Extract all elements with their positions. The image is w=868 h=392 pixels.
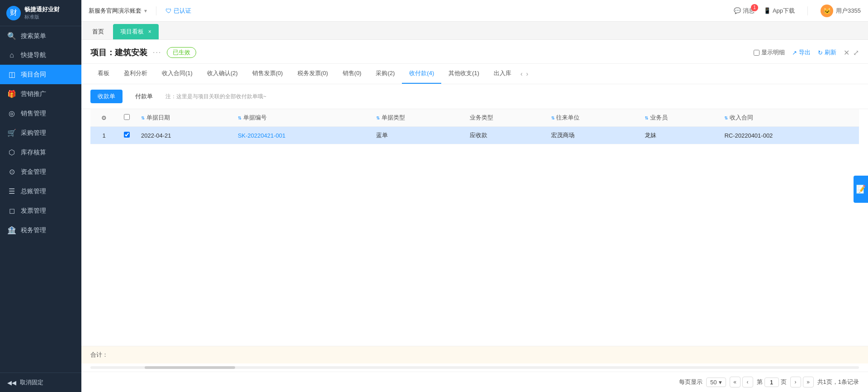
contract-icon: ◫	[7, 70, 16, 79]
sidebar-item-tax[interactable]: 🏦 税务管理	[0, 220, 81, 240]
receipt-tab-btn[interactable]: 收款单	[90, 90, 123, 103]
sidebar-item-quicknav[interactable]: ⌂ 快捷导航	[0, 46, 81, 65]
sub-nav-prev-icon[interactable]: ‹	[519, 70, 524, 77]
per-page-select[interactable]: 50 ▾	[706, 378, 726, 387]
th-checkbox[interactable]	[118, 109, 136, 127]
th-salesperson[interactable]: ⇅ 业务员	[639, 109, 719, 127]
maximize-window-icon[interactable]: ⤢	[853, 48, 859, 57]
payment-tab-btn[interactable]: 付款单	[128, 90, 160, 103]
page-number-input[interactable]	[764, 378, 779, 387]
more-options-icon[interactable]: ···	[153, 48, 161, 57]
th-settings[interactable]: ⚙	[90, 109, 118, 127]
detail-checkbox[interactable]	[754, 50, 760, 56]
sidebar: 财 畅捷通好业财 标准版 🔍 搜索菜单 ⌂ 快捷导航 ◫ 项目合同 🎁 营销推广…	[0, 0, 81, 392]
sub-nav-inout[interactable]: 出入库	[486, 64, 519, 84]
sidebar-item-search[interactable]: 🔍 搜索菜单	[0, 26, 81, 46]
first-page-btn[interactable]: «	[730, 377, 741, 387]
sub-nav-receipts[interactable]: 收付款(4)	[402, 64, 441, 84]
sub-nav-sales[interactable]: 销售(0)	[335, 64, 369, 84]
th-biz-type: 业务类型	[464, 109, 546, 127]
topbar-divider	[156, 6, 156, 15]
page-nav: « ‹	[730, 377, 753, 387]
sidebar-item-purchase[interactable]: 🛒 采购管理	[0, 123, 81, 143]
sales-icon: ◎	[7, 109, 16, 118]
message-icon: 💬	[734, 7, 741, 14]
row-select-checkbox[interactable]	[124, 132, 130, 138]
sub-nav-income-confirm[interactable]: 收入确认(2)	[200, 64, 245, 84]
sub-nav-sales-invoice[interactable]: 销售发票(0)	[245, 64, 290, 84]
next-page-btn[interactable]: ›	[790, 377, 801, 387]
sub-nav-other-expenses[interactable]: 其他收支(1)	[441, 64, 486, 84]
sidebar-item-inventory[interactable]: ⬡ 库存核算	[0, 143, 81, 162]
row-income-contract: RC-20220401-002	[719, 127, 859, 144]
sidebar-unpin[interactable]: ◀◀ 取消固定	[0, 373, 81, 392]
sidebar-item-invoice[interactable]: ◻ 发票管理	[0, 201, 81, 220]
prev-page-btn[interactable]: ‹	[742, 377, 753, 387]
gift-icon: 🎁	[7, 90, 16, 98]
refresh-icon: ↻	[818, 49, 823, 56]
sidebar-item-contract[interactable]: ◫ 项目合同	[0, 65, 81, 84]
sort-icon6: ⇅	[724, 115, 728, 120]
chevron-down-icon[interactable]: ▾	[144, 8, 147, 14]
tab-home[interactable]: 首页	[85, 24, 111, 39]
project-header: 项目：建筑安装 ··· 已生效 显示明细 ↗ 导出 ↻ 刷新 ✕	[81, 40, 868, 64]
topbar-user[interactable]: 🐱 用户3355	[821, 5, 861, 17]
sub-nav-kanban[interactable]: 看板	[90, 64, 117, 84]
sidebar-item-sales[interactable]: ◎ 销售管理	[0, 104, 81, 123]
show-detail-checkbox[interactable]: 显示明细	[754, 48, 785, 57]
sidebar-item-ledger[interactable]: ☰ 总账管理	[0, 182, 81, 201]
unpin-icon: ◀◀	[7, 379, 16, 386]
sort-icon: ⇅	[141, 115, 145, 120]
sub-nav-income-contract[interactable]: 收入合同(1)	[155, 64, 200, 84]
sort-icon5: ⇅	[645, 115, 648, 120]
sub-nav-purchase[interactable]: 采购(2)	[368, 64, 402, 84]
sub-nav-next-icon[interactable]: ›	[524, 70, 530, 77]
table-row: 1 2022-04-21 SK-20220421-001 蓝单 应收款 宏茂商场…	[90, 127, 859, 144]
row-checkbox[interactable]	[118, 127, 136, 144]
filter-note: 注：这里是与项目关联的全部收付款单哦~	[165, 93, 266, 100]
logo-icon: 财	[6, 6, 21, 20]
project-header-right: 显示明细 ↗ 导出 ↻ 刷新 ✕ ⤢	[754, 48, 859, 57]
close-window-icon[interactable]: ✕	[844, 48, 849, 57]
project-status-badge: 已生效	[167, 47, 196, 58]
topbar-message-btn[interactable]: 💬 消息 1	[734, 7, 755, 15]
shield-icon: 🛡	[165, 7, 172, 14]
tax-icon: 🏦	[7, 226, 16, 234]
filter-bar: 收款单 付款单 注：这里是与项目关联的全部收付款单哦~	[81, 84, 868, 109]
per-page-label: 每页显示	[679, 378, 703, 386]
total-records-label: 共1页，1条记录	[817, 378, 859, 386]
th-income-contract[interactable]: ⇅ 收入合同	[719, 109, 859, 127]
th-type[interactable]: ⇅ 单据类型	[371, 109, 464, 127]
row-number-link[interactable]: SK-20220421-001	[238, 132, 286, 139]
sidebar-item-capital[interactable]: ⊙ 资金管理	[0, 162, 81, 182]
th-company[interactable]: ⇅ 往来单位	[546, 109, 639, 127]
select-all-checkbox[interactable]	[124, 114, 130, 120]
row-biz-type: 应收款	[464, 127, 546, 144]
main-area: 新服务官网演示账套 ▾ 🛡 已认证 💬 消息 1 📱 App下载 🐱 用户335…	[81, 0, 868, 392]
invoice-icon: ◻	[7, 206, 16, 215]
floating-action-btn[interactable]: 📝	[854, 176, 868, 203]
topbar-project-name: 新服务官网演示账套	[89, 7, 142, 15]
scrollbar-thumb[interactable]	[145, 366, 235, 369]
row-salesperson: 龙妹	[639, 127, 719, 144]
table-scrollbar[interactable]	[81, 363, 868, 372]
refresh-button[interactable]: ↻ 刷新	[818, 48, 836, 57]
sidebar-item-marketing[interactable]: 🎁 营销推广	[0, 84, 81, 104]
table-total: 合计：	[81, 346, 868, 363]
topbar-app-download[interactable]: 📱 App下载	[764, 7, 795, 15]
table-wrap[interactable]: ⚙ ⇅ 单据日期 ⇅ 单据编号	[81, 109, 868, 346]
sub-nav-tax-invoice[interactable]: 税务发票(0)	[290, 64, 335, 84]
tab-project-board[interactable]: 项目看板 ×	[113, 24, 159, 39]
last-page-btn[interactable]: »	[803, 377, 814, 387]
home-icon: ⌂	[7, 51, 16, 59]
row-type: 蓝单	[371, 127, 464, 144]
export-button[interactable]: ↗ 导出	[792, 48, 811, 57]
th-number[interactable]: ⇅ 单据编号	[232, 109, 371, 127]
sub-nav-profit[interactable]: 盈利分析	[117, 64, 155, 84]
row-number[interactable]: SK-20220421-001	[232, 127, 371, 144]
sort-icon2: ⇅	[238, 115, 241, 120]
tab-close-icon[interactable]: ×	[148, 29, 151, 35]
th-date[interactable]: ⇅ 单据日期	[136, 109, 232, 127]
topbar-certified: 🛡 已认证	[165, 7, 191, 15]
row-date: 2022-04-21	[136, 127, 232, 144]
